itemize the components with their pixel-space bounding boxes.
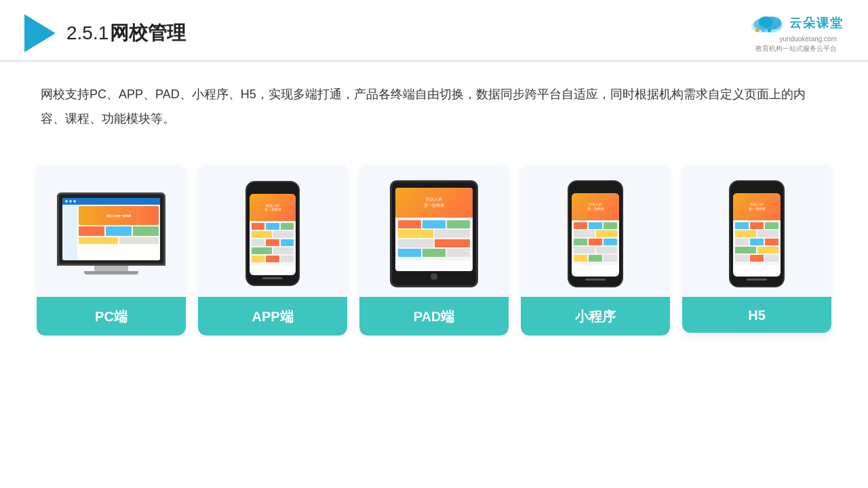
brand-logo: 云朵课堂 yunduoketang.com 教育机构一站式服务云平台 [749,12,844,54]
card-pad: 职达人的第一堂网课 [359,165,509,336]
page: 2.5.1网校管理 [0,0,868,488]
svg-point-7 [768,28,771,32]
phone-mockup-h5: 职达人的第一堂网课 [729,180,785,287]
phone-mockup-miniprogram: 职达人的第一堂网课 [568,180,623,287]
card-label-miniprogram: 小程序 [521,297,670,336]
header-left: 2.5.1网校管理 [24,14,186,52]
card-image-pad: 职达人的第一堂网课 [359,165,509,297]
card-image-pc: 职达人的第一堂网课 [37,165,186,297]
card-label-h5: H5 [682,297,831,333]
header-right: 云朵课堂 yunduoketang.com 教育机构一站式服务云平台 [749,12,844,54]
card-app: 职达人的第一堂网课 [198,165,347,336]
brand-name-text: 云朵课堂 [789,15,844,31]
svg-point-4 [759,16,773,27]
svg-point-5 [755,28,759,32]
logo-triangle-icon [24,14,56,52]
card-label-pad: PAD端 [359,297,509,336]
card-image-miniprogram: 职达人的第一堂网课 [521,165,670,297]
page-title: 2.5.1网校管理 [66,20,186,46]
card-miniprogram: 职达人的第一堂网课 [521,165,670,336]
header: 2.5.1网校管理 [0,0,868,62]
card-h5: 职达人的第一堂网课 [682,165,831,336]
description-text: 网校支持PC、APP、PAD、小程序、H5，实现多端打通，产品各终端自由切换，数… [0,62,868,144]
description-content: 网校支持PC、APP、PAD、小程序、H5，实现多端打通，产品各终端自由切换，数… [41,87,806,125]
pc-screen: 职达人的第一堂网课 [57,192,165,266]
card-label-pc: PC端 [37,297,186,336]
brand-name-wrap: 云朵课堂 [749,12,844,34]
cloud-icon [749,12,785,34]
card-label-app: APP端 [198,297,347,336]
section-number: 2.5.1 [66,22,108,43]
pc-mockup: 职达人的第一堂网课 [57,192,165,274]
tablet-mockup: 职达人的第一堂网课 [390,180,478,287]
svg-point-6 [762,28,765,32]
cards-section: 职达人的第一堂网课 [0,151,868,336]
card-pc: 职达人的第一堂网课 [37,165,186,336]
section-title: 网校管理 [110,22,186,43]
brand-domain: yunduoketang.com 教育机构一站式服务云平台 [755,35,837,54]
card-image-app: 职达人的第一堂网课 [198,165,347,297]
card-image-h5: 职达人的第一堂网课 [682,165,831,297]
phone-mockup-app: 职达人的第一堂网课 [245,181,300,286]
